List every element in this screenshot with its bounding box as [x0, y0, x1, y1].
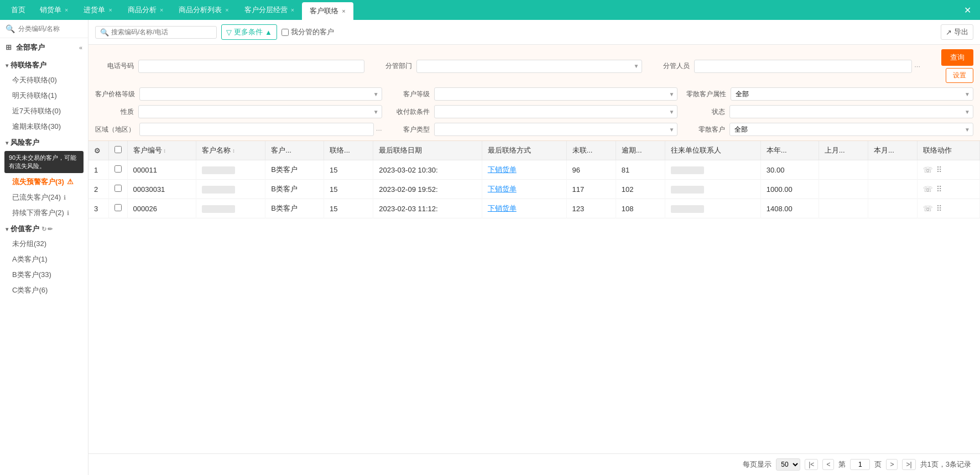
filter-select-price-level[interactable] — [139, 87, 382, 101]
more-action-icon[interactable]: ⠿ — [936, 185, 942, 194]
row-checkbox-2[interactable] — [114, 204, 122, 211]
filter-select-zero-attr[interactable]: 全部 — [731, 87, 973, 101]
contact-method-link[interactable]: 下销货单 — [488, 165, 517, 174]
nav-close-analysis[interactable]: × — [160, 7, 163, 13]
filter-select-status[interactable] — [729, 105, 973, 118]
settings-icon[interactable]: ⚙ — [94, 147, 101, 155]
filter-label-phone: 电话号码 — [95, 61, 134, 71]
refresh-icon-value[interactable]: ↻ — [41, 226, 46, 233]
cell-last-contact-method: 下销货单 — [482, 199, 566, 218]
page-of-label: 页 — [874, 460, 882, 469]
settings-button[interactable]: 设置 — [946, 68, 973, 83]
sidebar-item-churned[interactable]: 已流失客户(24) ℹ — [0, 190, 88, 205]
nav-item-customer-tier[interactable]: 客户分层经营 × — [237, 0, 302, 20]
col-level[interactable]: 客户... — [265, 141, 324, 160]
filter-select-zero-customer[interactable]: 全部 — [729, 123, 973, 136]
more-action-icon[interactable]: ⠿ — [936, 204, 942, 213]
nav-item-customer-contact[interactable]: 客户联络 × — [302, 2, 353, 20]
sidebar-group-value[interactable]: ▾ 价值客户 ↻ ✏ — [0, 221, 88, 236]
more-action-icon[interactable]: ⠿ — [936, 165, 942, 174]
sidebar-item-ungrouped[interactable]: 未分组(32) — [0, 236, 88, 252]
blurred-contact — [671, 205, 704, 213]
nav-item-purchase[interactable]: 进货单 × — [76, 0, 119, 20]
sidebar-item-churn-warning[interactable]: 流失预警客户(3) ⚠ — [0, 174, 88, 190]
contact-method-link[interactable]: 下销货单 — [488, 185, 517, 193]
first-page-button[interactable]: |< — [805, 459, 818, 470]
filter-select-customer-level[interactable] — [434, 87, 678, 101]
export-button[interactable]: ↗ 导出 — [941, 24, 973, 40]
sidebar-group-risk[interactable]: ▾ 风险客户 — [0, 134, 88, 150]
filter-label-nature: 性质 — [95, 107, 134, 117]
contact-action-icon[interactable]: ☏ — [923, 204, 933, 213]
last-page-button[interactable]: >| — [902, 459, 915, 470]
sidebar-search-area: 🔍 — [0, 20, 88, 38]
filter-select-nature[interactable] — [138, 105, 382, 118]
search-input[interactable] — [111, 28, 212, 36]
arrow-icon-risk: ▾ — [6, 140, 8, 146]
filter-select-department[interactable] — [416, 60, 643, 73]
col-name[interactable]: 客户名称 — [196, 141, 265, 160]
prev-page-button[interactable]: < — [822, 459, 834, 470]
sidebar-item-today[interactable]: 今天待联络(0) — [0, 72, 88, 88]
col-settings[interactable]: ⚙ — [88, 141, 108, 160]
cell-last-contact-date: 2023-03-02 10:30: — [373, 160, 482, 180]
col-this-month[interactable]: 本月... — [868, 141, 918, 160]
area-more-icon[interactable]: ··· — [376, 126, 382, 134]
col-contact-person[interactable]: 往来单位联系人 — [665, 141, 761, 160]
cell-last-contact-method: 下销货单 — [482, 160, 566, 180]
my-customers-checkbox[interactable] — [282, 29, 289, 36]
filter-input-phone[interactable] — [138, 60, 364, 73]
nav-close-customer-contact[interactable]: × — [342, 8, 345, 14]
per-page-select[interactable]: 50 — [776, 458, 800, 471]
filter-input-manager[interactable] — [694, 60, 912, 73]
sidebar-search-input[interactable] — [18, 25, 88, 33]
sidebar-item-overdue[interactable]: 逾期未联络(30) — [0, 119, 88, 134]
sidebar-item-7days[interactable]: 近7天待联络(0) — [0, 103, 88, 119]
col-last-contact-date[interactable]: 最后联络日期 — [373, 141, 482, 160]
actions-wrap: ☏ ⠿ — [923, 185, 974, 194]
nav-close-purchase[interactable]: × — [108, 7, 112, 13]
page-number-input[interactable] — [850, 459, 870, 470]
col-overdue[interactable]: 逾期... — [616, 141, 665, 160]
info-icon-churned: ℹ — [64, 194, 66, 201]
warning-icon: ⚠ — [67, 178, 74, 186]
contact-method-link[interactable]: 下销货单 — [488, 204, 517, 212]
nav-item-home[interactable]: 首页 — [4, 0, 32, 20]
col-this-year[interactable]: 本年... — [760, 141, 819, 160]
filter-select-customer-type[interactable] — [434, 123, 678, 136]
sidebar-item-tomorrow[interactable]: 明天待联络(1) — [0, 88, 88, 103]
col-contact[interactable]: 联络... — [324, 141, 373, 160]
col-last-month[interactable]: 上月... — [819, 141, 868, 160]
my-customers-checkbox-wrap[interactable]: 我分管的客户 — [282, 27, 334, 37]
col-code[interactable]: 客户编号 — [127, 141, 196, 160]
query-button[interactable]: 查询 — [941, 49, 973, 66]
sidebar-item-class-b[interactable]: B类客户(33) — [0, 267, 88, 283]
contact-action-icon[interactable]: ☏ — [923, 185, 933, 194]
cell-name — [196, 180, 265, 199]
nav-close-sales[interactable]: × — [65, 7, 68, 13]
next-page-button[interactable]: > — [886, 459, 898, 470]
sidebar-root-header[interactable]: ⊞ 全部客户 « — [0, 38, 88, 57]
filter-select-pay-terms[interactable] — [434, 105, 678, 118]
sidebar-item-class-c[interactable]: C类客户(6) — [0, 283, 88, 298]
nav-close-analysis-list[interactable]: × — [225, 7, 228, 13]
nav-item-analysis[interactable]: 商品分析 × — [120, 0, 171, 20]
edit-icon-value[interactable]: ✏ — [48, 226, 53, 233]
sidebar-group-pending[interactable]: ▾ 待联络客户 — [0, 57, 88, 72]
row-checkbox-0[interactable] — [114, 165, 122, 173]
contact-action-icon[interactable]: ☏ — [923, 165, 933, 174]
cell-code: 000011 — [127, 160, 196, 180]
more-conditions-button[interactable]: ▽ 更多条件 ▲ — [221, 24, 277, 40]
nav-item-sales[interactable]: 销货单 × — [32, 0, 76, 20]
nav-close-customer-tier[interactable]: × — [291, 7, 294, 13]
col-last-contact-method[interactable]: 最后联络方式 — [482, 141, 566, 160]
select-all-checkbox[interactable] — [114, 146, 122, 153]
manager-more-icon[interactable]: ··· — [914, 62, 920, 70]
row-checkbox-1[interactable] — [114, 185, 122, 192]
nav-item-analysis-list[interactable]: 商品分析列表 × — [171, 0, 236, 20]
sidebar-item-class-a[interactable]: A类客户(1) — [0, 252, 88, 267]
sidebar-item-declining[interactable]: 持续下滑客户(2) ℹ — [0, 205, 88, 221]
close-all-button[interactable]: ✕ — [960, 5, 976, 15]
filter-input-area[interactable] — [139, 123, 374, 136]
col-not-contacted[interactable]: 未联... — [566, 141, 616, 160]
